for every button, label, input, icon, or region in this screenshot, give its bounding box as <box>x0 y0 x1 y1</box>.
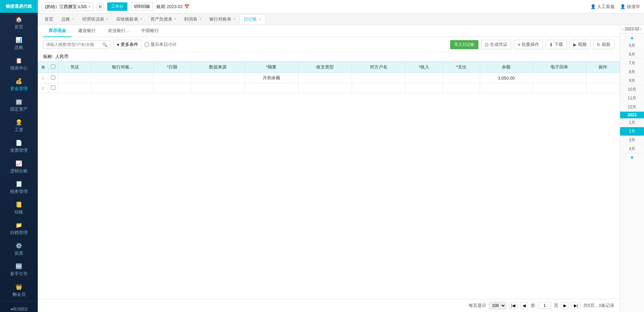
cell-bank-match-2 <box>92 83 154 93</box>
close-tab-receivables-icon[interactable]: × <box>140 17 142 21</box>
cell-row-num-2: 2 <box>38 83 48 93</box>
video-button[interactable]: ▶ 视频 <box>569 40 590 49</box>
cell-e-receipt-2 <box>532 83 586 93</box>
page-size-label: 每页显示 <box>469 303 486 309</box>
cell-checkbox-2[interactable] <box>48 83 58 93</box>
col-voucher: 凭证 <box>58 62 92 73</box>
month-item-6[interactable]: 6月 <box>620 50 644 59</box>
current-year-group: 2023 1月 2月 3月 4月 <box>620 112 644 153</box>
close-tab-business-icon[interactable]: × <box>106 17 108 21</box>
sub-tab-abc[interactable]: 农业银行... <box>103 25 135 37</box>
cell-voucher-2 <box>58 83 92 93</box>
tab-receivables[interactable]: 应收账龄表 × <box>112 14 146 24</box>
batch-op-button[interactable]: ≡ 批量操作 <box>514 40 543 49</box>
col-settings[interactable]: ⚙ <box>38 62 48 73</box>
month-item-2[interactable]: 2月 <box>620 127 644 136</box>
month-item-4[interactable]: 4月 <box>620 145 644 153</box>
tab-ledger[interactable]: 总账 × <box>57 14 78 24</box>
tab-business[interactable]: 经营状况表 × <box>78 14 112 24</box>
scroll-up-button[interactable]: ▲ <box>620 33 644 41</box>
col-counterparty: 对方户名 <box>352 62 405 73</box>
user-service-button[interactable]: 👤 人工客服 <box>590 4 615 10</box>
tab-bank-statement[interactable]: 银行对账单 × <box>205 14 239 24</box>
tab-balance-sheet[interactable]: 资产负债表 × <box>146 14 180 24</box>
tab-home[interactable]: 首页 <box>40 14 57 24</box>
table-row: 1 月初余额 3,050.00 <box>38 73 620 83</box>
download-button[interactable]: ⬇ 下载 <box>546 40 567 49</box>
month-item-10[interactable]: 10月 <box>620 85 644 94</box>
date-nav-prev-icon[interactable]: ‹ <box>621 26 624 32</box>
close-tab-ledger-icon[interactable]: × <box>72 17 74 21</box>
tab-profit[interactable]: 利润表 × <box>180 14 205 24</box>
salary-icon: 👷 <box>16 119 22 125</box>
close-tab-balance-icon[interactable]: × <box>174 17 176 21</box>
month-item-7[interactable]: 7月 <box>620 59 644 68</box>
sidebar-item-invoices[interactable]: 📄 发票管理 <box>0 136 38 157</box>
sidebar-item-assets[interactable]: 🏢 固定资产 <box>0 95 38 116</box>
close-period-icon: 📒 <box>16 201 22 208</box>
sub-tab-boc[interactable]: 中国银行 <box>136 25 164 37</box>
sidebar-item-ledger[interactable]: 📊 总账 <box>0 33 38 54</box>
close-tab-journal-icon[interactable]: × <box>259 18 261 21</box>
search-box[interactable]: 🔍 <box>43 40 111 49</box>
page-number-input[interactable] <box>538 302 551 309</box>
workbench-button[interactable]: 工作台 <box>107 2 127 11</box>
period-value: 2023-02 <box>167 4 183 9</box>
page-size-select[interactable]: 100 <box>489 302 506 309</box>
sidebar-item-funds-label: 资金管理 <box>10 86 28 92</box>
company-selector[interactable]: (勿动）江西膳宝-LSS ▾ <box>42 2 93 11</box>
sub-tab-ccb[interactable]: 建设银行 <box>73 25 101 37</box>
search-input[interactable] <box>46 42 101 47</box>
scroll-down-button[interactable]: ▼ <box>620 153 644 162</box>
sidebar-item-funds[interactable]: 💰 资金管理 <box>0 75 38 95</box>
sidebar-item-archive[interactable]: 📁 归档管理 <box>0 219 38 239</box>
sidebar-item-close-period[interactable]: 📒 结账 <box>0 198 38 219</box>
gen-voucher-button[interactable]: ⊡ 生成凭证 <box>481 40 511 49</box>
refresh-button[interactable]: ↻ 刷新 <box>593 40 614 49</box>
cell-checkbox-1[interactable] <box>48 73 58 83</box>
currency-value[interactable]: 人民币 <box>55 54 68 60</box>
sidebar-item-vip[interactable]: 👑 畅会员 <box>0 280 38 301</box>
copy-button[interactable]: ⎘ <box>97 3 104 10</box>
sidebar-item-tax[interactable]: 🧾 税务管理 <box>0 177 38 198</box>
sub-tab-cash[interactable]: 库存现金 <box>43 25 71 37</box>
last-page-button[interactable]: ▶| <box>572 302 580 309</box>
sidebar-item-salary[interactable]: 👷 工资 <box>0 116 38 136</box>
date-nav-next-icon[interactable]: › <box>640 26 643 32</box>
month-item-12[interactable]: 12月 <box>620 103 644 112</box>
first-page-button[interactable]: |◀ <box>509 302 518 309</box>
next-page-button[interactable]: ▶ <box>561 302 569 309</box>
col-e-receipt: 电子回单 <box>532 62 586 73</box>
tab-journal[interactable]: 日记账 × <box>239 14 265 24</box>
sidebar-item-guide[interactable]: 🆕 新手引导 <box>0 260 38 280</box>
switch-old-button[interactable]: 切到旧版 <box>131 2 153 11</box>
col-bank-match: 银行对账... <box>92 62 154 73</box>
month-item-9[interactable]: 9月 <box>620 77 644 85</box>
settings-icon: ⚙️ <box>16 243 22 249</box>
select-all-checkbox[interactable] <box>51 64 55 69</box>
search-icon: 🔍 <box>102 42 108 47</box>
cell-balance-2 <box>480 83 533 93</box>
close-tab-bank-icon[interactable]: × <box>233 17 235 21</box>
prev-page-button[interactable]: ◀ <box>520 302 528 309</box>
sidebar-item-settings[interactable]: ⚙️ 设置 <box>0 239 38 260</box>
show-today-checkbox[interactable] <box>145 42 149 47</box>
month-item-5[interactable]: 5月 <box>620 41 644 50</box>
close-tab-profit-icon[interactable]: × <box>199 17 201 21</box>
sidebar-item-reports[interactable]: 📋 报表中心 <box>0 54 38 75</box>
tabs-bar: 首页 总账 × 经营状况表 × 应收账龄表 × 资产负债表 × 利润表 × 银行… <box>38 13 644 25</box>
month-item-1[interactable]: 1月 <box>620 118 644 127</box>
import-journal-button[interactable]: 导入日记账 <box>450 40 478 49</box>
ledger-icon: 📊 <box>16 37 22 43</box>
month-item-3[interactable]: 3月 <box>620 136 644 145</box>
month-item-8[interactable]: 8月 <box>620 68 644 77</box>
content-area: 库存现金 建设银行 农业银行... 中国银行 🔍 ▾ 更多条件 显示本日小计 <box>38 25 644 312</box>
month-item-11[interactable]: 11月 <box>620 94 644 103</box>
user-menu[interactable]: 👤 徐渥华 <box>620 4 640 10</box>
col-checkbox[interactable] <box>48 62 58 73</box>
sidebar-item-home[interactable]: 🏠 首页 <box>0 13 38 33</box>
sidebar-item-sales-ledger[interactable]: 📈 进销台账 <box>0 157 38 177</box>
show-today-checkbox-label[interactable]: 显示本日小计 <box>145 41 177 48</box>
unfix-button[interactable]: ◄取消固定 <box>0 305 38 312</box>
more-filter-button[interactable]: ▾ 更多条件 <box>113 40 142 49</box>
